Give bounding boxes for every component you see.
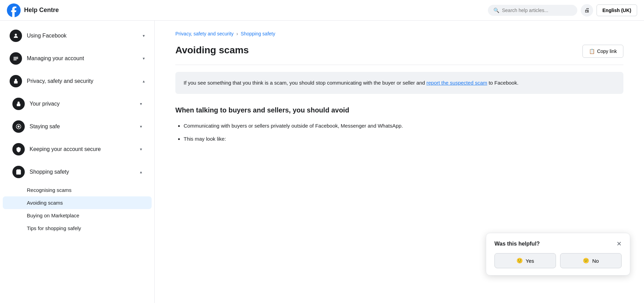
- sidebar-item-your-privacy[interactable]: Your privacy ▾: [6, 93, 149, 115]
- chevron-down-icon: ▾: [140, 124, 142, 129]
- header-left: Help Centre: [7, 3, 59, 17]
- sidebar-item-staying-safe[interactable]: Staying safe ▾: [6, 116, 149, 138]
- print-button[interactable]: 🖨: [581, 4, 593, 17]
- header: Help Centre 🔍 🖨 English (UK): [0, 0, 644, 21]
- copy-link-button[interactable]: 📋 Copy link: [582, 45, 623, 58]
- chevron-down-icon: ▾: [140, 147, 142, 152]
- sidebar-item-privacy-safety[interactable]: Privacy, safety and security ▴: [3, 70, 152, 92]
- svg-rect-3: [13, 58, 18, 59]
- helpful-buttons: 🙂 Yes 😕 No: [494, 253, 622, 268]
- shopping-safety-icon: [12, 166, 25, 178]
- chevron-down-icon: ▾: [143, 56, 145, 61]
- svg-point-1: [15, 34, 17, 36]
- info-text-after-link: to Facebook.: [489, 80, 519, 86]
- sidebar-label-staying-safe: Staying safe: [30, 123, 60, 130]
- helpful-popup: Was this helpful? ✕ 🙂 Yes 😕 No: [486, 233, 630, 275]
- article-divider: [175, 65, 623, 65]
- search-box[interactable]: 🔍: [488, 5, 577, 16]
- svg-rect-6: [17, 104, 21, 106]
- facebook-logo: [7, 3, 21, 17]
- article-header: Avoiding scams 📋 Copy link: [175, 45, 623, 58]
- sub-item-tips-shopping[interactable]: Tips for shopping safely: [3, 222, 152, 235]
- site-title: Help Centre: [24, 7, 59, 14]
- sub-item-buying-marketplace[interactable]: Buying on Marketplace: [3, 209, 152, 222]
- sidebar-item-keeping-secure[interactable]: Keeping your account secure ▾: [6, 138, 149, 160]
- svg-point-8: [18, 126, 20, 128]
- copy-link-label: Copy link: [597, 48, 617, 54]
- sidebar: Using Facebook ▾ Managing your account ▾…: [0, 21, 155, 303]
- main-bullet-list: Communicating with buyers or sellers pri…: [175, 121, 623, 130]
- info-link[interactable]: report the suspected scam: [426, 80, 487, 86]
- svg-rect-5: [14, 81, 18, 84]
- sub-intro-item: This may look like:: [184, 134, 623, 143]
- staying-safe-icon: [12, 120, 25, 133]
- sidebar-label-managing-account: Managing your account: [27, 55, 84, 62]
- using-facebook-icon: [10, 30, 22, 42]
- helpful-close-button[interactable]: ✕: [616, 240, 622, 248]
- sidebar-item-using-facebook[interactable]: Using Facebook ▾: [3, 25, 152, 47]
- header-right: 🔍 🖨 English (UK): [488, 4, 637, 17]
- sub-intro-list: This may look like:: [175, 134, 623, 143]
- your-privacy-icon: [12, 98, 25, 110]
- shopping-safety-sub-items: Recognising scams Avoiding scams Buying …: [3, 184, 152, 235]
- chevron-up-icon: ▴: [140, 170, 142, 174]
- keeping-secure-icon: [12, 143, 25, 155]
- sidebar-item-managing-account[interactable]: Managing your account ▾: [3, 47, 152, 69]
- helpful-no-button[interactable]: 😕 No: [560, 253, 622, 268]
- chevron-down-icon: ▾: [140, 101, 142, 106]
- helpful-yes-button[interactable]: 🙂 Yes: [494, 253, 556, 268]
- breadcrumb-separator: ›: [236, 31, 238, 36]
- search-icon: 🔍: [493, 8, 499, 13]
- no-icon: 😕: [583, 258, 589, 264]
- sidebar-item-shopping-safety[interactable]: Shopping safety ▴: [6, 161, 149, 183]
- privacy-sub-items: Your privacy ▾ Staying safe ▾: [0, 93, 154, 235]
- info-text-before-link: If you see something that you think is a…: [184, 80, 425, 86]
- sub-item-recognising-scams[interactable]: Recognising scams: [3, 184, 152, 196]
- sub-item-avoiding-scams[interactable]: Avoiding scams: [3, 196, 152, 209]
- privacy-safety-icon: [10, 75, 22, 87]
- helpful-header: Was this helpful? ✕: [494, 240, 622, 248]
- sidebar-label-using-facebook: Using Facebook: [27, 33, 67, 39]
- section-title: When talking to buyers and sellers, you …: [175, 104, 623, 116]
- search-input[interactable]: [502, 8, 572, 13]
- language-button[interactable]: English (UK): [597, 4, 637, 16]
- sidebar-label-your-privacy: Your privacy: [30, 101, 59, 107]
- svg-rect-2: [13, 57, 18, 58]
- no-label: No: [592, 258, 599, 264]
- breadcrumb: Privacy, safety and security › Shopping …: [175, 31, 623, 36]
- article-body: When talking to buyers and sellers, you …: [175, 104, 623, 143]
- svg-rect-4: [13, 59, 17, 60]
- chevron-up-icon: ▴: [143, 79, 145, 84]
- sidebar-label-privacy-safety: Privacy, safety and security: [27, 78, 94, 84]
- print-icon: 🖨: [584, 7, 590, 13]
- sidebar-label-keeping-secure: Keeping your account secure: [30, 146, 101, 152]
- breadcrumb-child[interactable]: Shopping safety: [241, 31, 275, 36]
- breadcrumb-parent[interactable]: Privacy, safety and security: [175, 31, 233, 36]
- chevron-down-icon: ▾: [143, 33, 145, 38]
- copy-link-icon: 📋: [589, 48, 595, 54]
- yes-label: Yes: [526, 258, 534, 264]
- yes-icon: 🙂: [516, 258, 523, 264]
- managing-account-icon: [10, 52, 22, 65]
- sidebar-label-shopping-safety: Shopping safety: [30, 169, 69, 175]
- article-title: Avoiding scams: [175, 45, 249, 56]
- helpful-title: Was this helpful?: [494, 241, 540, 247]
- info-box: If you see something that you think is a…: [175, 72, 623, 94]
- bullet-item-1: Communicating with buyers or sellers pri…: [184, 121, 623, 130]
